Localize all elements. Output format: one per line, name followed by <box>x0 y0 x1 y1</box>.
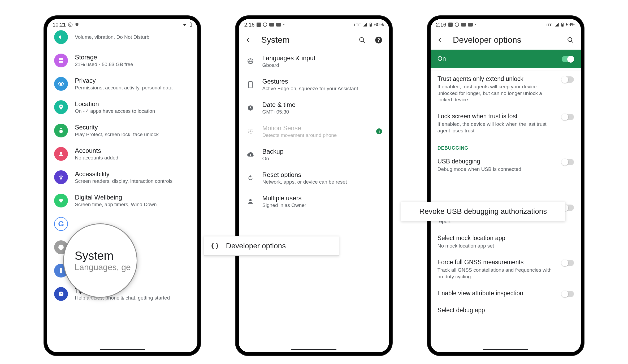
settings-list[interactable]: Volume, vibration, Do Not Disturb Storag… <box>47 30 197 352</box>
system-item-gestures[interactable]: Gestures Active Edge on, squeeze for you… <box>239 73 389 96</box>
item-sub: Play Protect, screen lock, face unlock <box>75 132 190 137</box>
privacy-icon <box>58 81 64 87</box>
svg-rect-34 <box>461 23 466 27</box>
svg-rect-18 <box>269 23 274 27</box>
item-sub: Detects movement around phone <box>262 132 369 138</box>
search-icon <box>359 37 366 44</box>
option-view-attr[interactable]: Enable view attribute inspection <box>431 285 581 302</box>
svg-point-33 <box>455 23 459 27</box>
nav-handle[interactable] <box>291 349 336 350</box>
location-icon <box>58 104 64 110</box>
system-item-datetime[interactable]: Date & time GMT+05:30 <box>239 96 389 120</box>
gallery-icon <box>448 23 453 27</box>
settings-item-accounts[interactable]: Accounts No accounts added <box>47 142 197 166</box>
backup-icon <box>247 152 254 158</box>
more-icon: • <box>283 23 284 27</box>
svg-rect-13 <box>60 268 62 273</box>
info-icon: i <box>58 244 64 250</box>
item-sub: Active Edge on, squeeze for your Assista… <box>262 86 382 92</box>
settings-item-location[interactable]: Location On - 4 apps have access to loca… <box>47 96 197 119</box>
battery-icon <box>561 22 564 27</box>
screen: 10:21 G Volume, vibration, Do Not Distur… <box>47 19 197 352</box>
info-badge[interactable]: i <box>376 128 382 134</box>
screen: 2:16 • LTE 60% System ? <box>239 19 389 352</box>
system-list[interactable]: Languages & input Gboard Gestures Active… <box>239 50 389 352</box>
svg-point-7 <box>60 106 62 107</box>
status-time: 10:21 <box>53 22 66 28</box>
item-sub: If enabled, the device will lock when th… <box>438 121 557 134</box>
signal-icon <box>555 23 559 27</box>
search-button[interactable] <box>358 36 367 45</box>
settings-item-security[interactable]: Security Play Protect, screen lock, face… <box>47 119 197 142</box>
system-item-users[interactable]: Multiple users Signed in as Owner <box>239 190 389 213</box>
nav-handle[interactable] <box>483 349 528 350</box>
phone-system: 2:16 • LTE 60% System ? <box>236 16 392 356</box>
svg-text:i: i <box>61 245 62 249</box>
svg-rect-3 <box>190 23 191 23</box>
svg-point-10 <box>60 175 62 176</box>
toggle-switch[interactable] <box>562 76 574 83</box>
svg-rect-35 <box>468 23 473 27</box>
svg-text:?: ? <box>377 37 380 42</box>
status-bar: 2:16 • LTE 59% <box>431 19 581 30</box>
svg-rect-16 <box>257 23 261 27</box>
svg-point-22 <box>360 37 364 41</box>
magnifier-overlay: System Languages, ge <box>63 223 137 298</box>
option-gnss[interactable]: Force full GNSS measurements Track all G… <box>431 254 581 285</box>
option-mock-location[interactable]: Select mock location app No mock locatio… <box>431 230 581 254</box>
gallery-icon <box>257 23 261 27</box>
item-title: Digital Wellbeing <box>75 194 190 201</box>
option-trust-agents[interactable]: Trust agents only extend unlock If enabl… <box>431 71 581 108</box>
svg-point-6 <box>60 83 62 85</box>
search-button[interactable] <box>566 36 575 45</box>
svg-point-17 <box>263 23 267 27</box>
item-title: Languages & input <box>262 54 382 62</box>
help-button[interactable]: ? <box>374 36 383 45</box>
settings-item-wellbeing[interactable]: Digital Wellbeing Screen time, app timer… <box>47 189 197 212</box>
settings-item-accessibility[interactable]: Accessibility Screen readers, display, i… <box>47 166 197 189</box>
item-title: Lock screen when trust is lost <box>438 113 557 120</box>
toggle-switch[interactable] <box>562 159 574 165</box>
back-button[interactable] <box>245 36 254 45</box>
status-bar: 10:21 G <box>47 19 197 30</box>
master-switch[interactable] <box>562 56 574 62</box>
option-select-debug-app[interactable]: Select debug app <box>431 302 581 319</box>
item-sub: No mock location app set <box>438 243 574 249</box>
wifi-icon <box>182 23 187 27</box>
settings-item-storage[interactable]: Storage 21% used - 50.83 GB free <box>47 49 197 72</box>
svg-rect-19 <box>276 23 281 27</box>
item-title: Accessibility <box>75 170 190 178</box>
tips-icon: ? <box>58 291 64 297</box>
system-item-languages[interactable]: Languages & input Gboard <box>239 50 389 73</box>
item-title: Storage <box>75 54 190 61</box>
master-toggle-banner[interactable]: On <box>431 50 581 68</box>
option-lock-screen-trust[interactable]: Lock screen when trust is lost If enable… <box>431 108 581 139</box>
toggle-switch[interactable] <box>562 114 574 120</box>
accessibility-icon <box>58 174 64 180</box>
toggle-switch[interactable] <box>562 291 574 297</box>
svg-rect-4 <box>59 58 63 60</box>
svg-point-9 <box>60 152 62 154</box>
svg-rect-21 <box>370 24 371 26</box>
item-sub: On - 4 apps have access to location <box>75 108 190 114</box>
system-item-reset[interactable]: Reset options Network, apps, or device c… <box>239 166 389 190</box>
settings-item-sound[interactable]: Volume, vibration, Do Not Disturb <box>47 30 197 49</box>
item-title: Multiple users <box>262 194 382 202</box>
item-title: Motion Sense <box>262 124 369 132</box>
item-title: Trust agents only extend unlock <box>438 75 557 83</box>
nav-handle[interactable] <box>100 349 145 350</box>
whatsapp-icon <box>455 23 459 27</box>
system-item-backup[interactable]: Backup On <box>239 143 389 166</box>
svg-rect-2 <box>190 23 192 26</box>
section-debugging: DEBUGGING <box>431 139 581 153</box>
item-sub: Gboard <box>262 62 382 68</box>
item-title: Privacy <box>75 77 190 84</box>
item-title: Location <box>75 100 190 108</box>
option-usb-debugging[interactable]: USB debugging Debug mode when USB is con… <box>431 153 581 177</box>
callout-label: Revoke USB debugging authorizations <box>419 207 547 216</box>
back-button[interactable] <box>436 36 445 45</box>
svg-rect-32 <box>448 23 453 27</box>
settings-item-privacy[interactable]: Privacy Permissions, account activity, p… <box>47 72 197 96</box>
toggle-switch[interactable] <box>562 260 574 266</box>
svg-point-30 <box>249 199 252 201</box>
